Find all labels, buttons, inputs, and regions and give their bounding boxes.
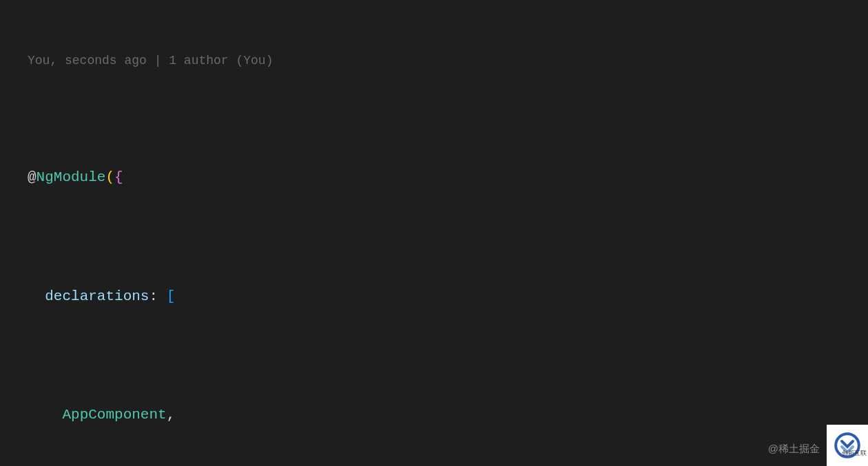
code-line[interactable]: AppComponent,: [0, 403, 868, 427]
watermark-logo: 创新互联: [827, 425, 868, 466]
watermark-text: @稀土掘金: [768, 437, 820, 461]
code-editor[interactable]: You, seconds ago | 1 author (You) @NgMod…: [0, 0, 868, 466]
class-ref: AppComponent: [62, 407, 166, 423]
key-declarations: declarations: [45, 288, 149, 304]
code-line[interactable]: @NgModule({: [0, 166, 868, 190]
decorator-name: NgModule: [37, 169, 106, 185]
paren-open: (: [105, 169, 114, 185]
brace-open: {: [114, 169, 123, 185]
bracket-open: [: [167, 288, 176, 304]
at-symbol: @: [28, 169, 37, 185]
logo-text: 创新互联: [842, 441, 867, 465]
code-line[interactable]: declarations: [: [0, 285, 868, 309]
git-blame-annotation: You, seconds ago | 1 author (You): [0, 47, 868, 71]
